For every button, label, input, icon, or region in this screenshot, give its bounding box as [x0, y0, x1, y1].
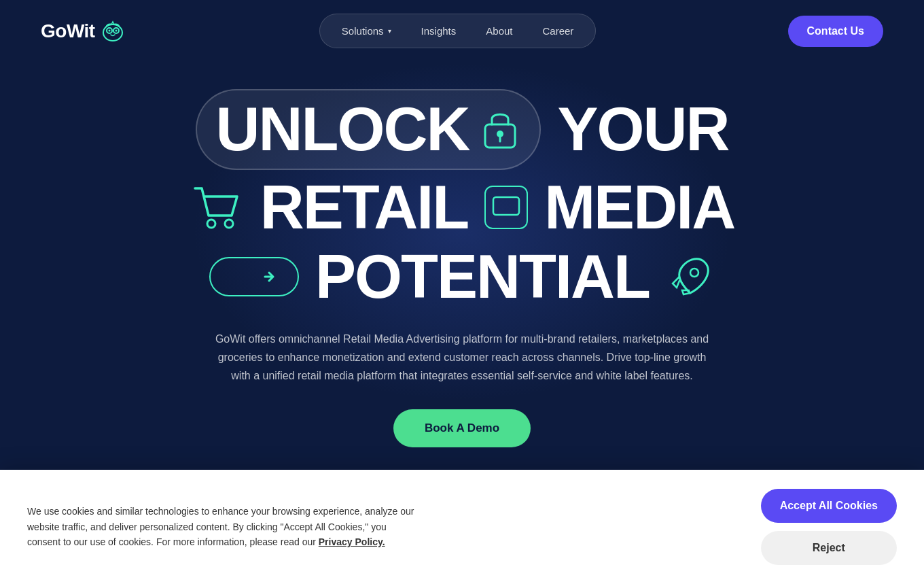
cookie-text: We use cookies and similar technologies …: [27, 504, 421, 549]
hero-subtext: GoWit offers omnichannel Retail Media Ad…: [211, 330, 713, 385]
navbar: GoWit Solutions ▾ Insights About Career …: [0, 0, 924, 62]
headline-unlock: UNLOCK: [216, 97, 469, 162]
rocket-icon: [666, 252, 715, 301]
contact-button[interactable]: Contact Us: [788, 16, 883, 47]
headline-row-3: POTENTIAL: [41, 245, 883, 309]
screen-icon: [484, 186, 528, 229]
headline-potential: POTENTIAL: [315, 245, 650, 309]
headline-your: YOUR: [557, 97, 728, 162]
nav-about[interactable]: About: [472, 20, 526, 42]
privacy-policy-link[interactable]: Privacy Policy.: [319, 536, 385, 547]
reject-cookies-button[interactable]: Reject: [761, 531, 897, 565]
nav-career[interactable]: Career: [529, 20, 587, 42]
cart-icon: [190, 182, 244, 233]
book-demo-button[interactable]: Book A Demo: [393, 409, 531, 447]
headline-retail: RETAIL: [260, 175, 468, 240]
accept-cookies-button[interactable]: Accept All Cookies: [761, 489, 897, 523]
svg-rect-10: [493, 197, 519, 215]
headline-media: MEDIA: [544, 175, 734, 240]
toggle-arrow-icon: [209, 257, 299, 296]
cookie-banner: We use cookies and similar technologies …: [0, 470, 924, 584]
chevron-down-icon: ▾: [388, 27, 391, 35]
logo-text: GoWit: [41, 20, 95, 42]
svg-point-8: [207, 220, 215, 228]
nav-links: Solutions ▾ Insights About Career: [319, 14, 596, 48]
headline-row-2: RETAIL MEDIA: [41, 175, 883, 240]
logo[interactable]: GoWit: [41, 16, 128, 46]
svg-point-4: [115, 29, 117, 31]
svg-point-11: [690, 269, 698, 277]
svg-point-9: [225, 220, 233, 228]
svg-point-3: [108, 29, 110, 31]
unlock-pill: UNLOCK: [196, 89, 541, 170]
cookie-actions: Accept All Cookies Reject: [761, 489, 897, 565]
nav-solutions[interactable]: Solutions ▾: [328, 20, 405, 42]
logo-owl-icon: [98, 16, 128, 46]
nav-insights[interactable]: Insights: [408, 20, 470, 42]
lock-icon: [480, 105, 520, 153]
headline-row-1: UNLOCK YOUR: [41, 89, 883, 170]
